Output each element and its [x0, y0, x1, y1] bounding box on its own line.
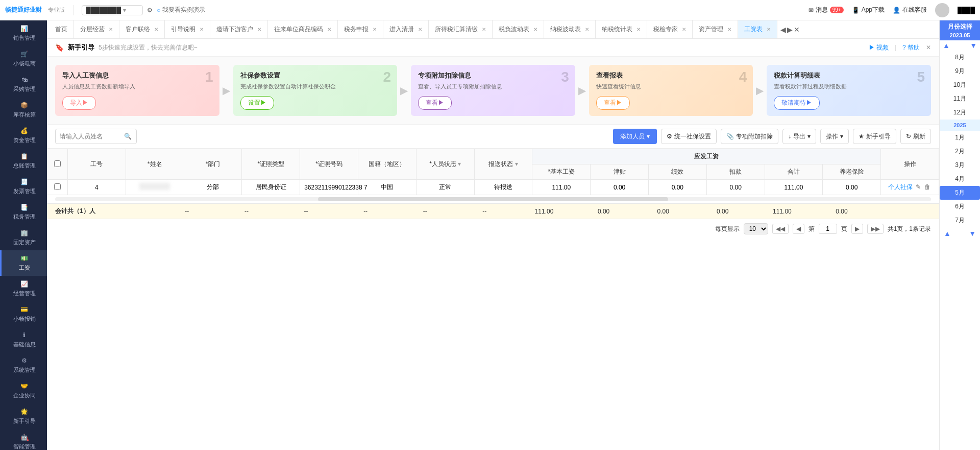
guide-video-btn[interactable]: ▶ 视频 — [869, 43, 889, 52]
tab-next-btn[interactable]: ▶ — [787, 26, 793, 34]
tab-income-tax-close[interactable]: ✕ — [482, 27, 486, 32]
tab-tax-dynamic-close[interactable]: ✕ — [585, 27, 589, 32]
month-10[interactable]: 10月 — [940, 78, 980, 92]
tab-home[interactable]: 首页 — [49, 20, 74, 39]
tab-tax-stat[interactable]: 纳税统计表 ✕ — [596, 20, 647, 39]
add-person-btn[interactable]: 添加人员 ▾ — [613, 129, 657, 144]
tab-asset-mgmt[interactable]: 资产管理 ✕ — [693, 20, 738, 39]
select-all-checkbox[interactable] — [54, 160, 61, 167]
newguide-btn[interactable]: ★ 新手引导 — [853, 129, 896, 144]
month-3[interactable]: 3月 — [940, 158, 980, 172]
tab-product-code[interactable]: 往来单位商品编码 ✕ — [268, 20, 338, 39]
step-2-btn[interactable]: 设置▶ — [240, 96, 274, 110]
tab-close-all-btn[interactable]: ✕ — [794, 26, 800, 34]
th-checkbox[interactable] — [47, 149, 68, 180]
month-prev-btn[interactable]: ▲ — [943, 41, 950, 50]
scroll-track[interactable] — [55, 197, 931, 201]
search-input[interactable] — [60, 133, 121, 140]
edit-icon[interactable]: ✎ — [916, 183, 921, 191]
tab-tax-expert[interactable]: 税检专家 ✕ — [647, 20, 693, 39]
app-download-btn[interactable]: 📱 App下载 — [852, 6, 885, 14]
sidebar-item-finance[interactable]: 💰 资金管理 — [0, 123, 47, 148]
month-7[interactable]: 7月 — [940, 214, 980, 227]
sidebar-item-ecommerce[interactable]: 🛒 小畅电商 — [0, 46, 47, 72]
row-checkbox-cell[interactable] — [47, 180, 68, 195]
user-avatar[interactable] — [935, 3, 949, 17]
sidebar-item-payroll[interactable]: 💵 工资 — [0, 250, 47, 276]
refresh-btn[interactable]: ↻ 刷新 — [900, 129, 931, 144]
delete-icon[interactable]: 🗑 — [924, 183, 930, 191]
tab-layered[interactable]: 分层经营 ✕ — [74, 20, 119, 39]
first-page-btn[interactable]: ◀◀ — [772, 224, 789, 234]
tab-clearance[interactable]: 进入清册 ✕ — [383, 20, 429, 39]
month-9[interactable]: 9月 — [940, 64, 980, 78]
user-menu-btn[interactable]: ████ — [958, 7, 975, 14]
month-2[interactable]: 2月 — [940, 145, 980, 158]
sidebar-item-expense[interactable]: 💳 小畅报销 — [0, 301, 47, 327]
action-btn[interactable]: 操作 ▾ — [820, 129, 849, 144]
tab-tax-stat-close[interactable]: ✕ — [636, 27, 641, 32]
search-input-wrap[interactable]: 🔍 — [55, 129, 137, 144]
tab-guide[interactable]: 引导说明 ✕ — [165, 20, 210, 39]
month-next-btn[interactable]: ▼ — [970, 41, 977, 50]
sidebar-item-newguide[interactable]: 🌟 新手引导 — [0, 404, 47, 429]
special-deduction-btn[interactable]: 📎 专项附加扣除 — [721, 129, 778, 144]
tab-asset-mgmt-close[interactable]: ✕ — [727, 27, 731, 32]
tab-invite-close[interactable]: ✕ — [257, 27, 261, 32]
sidebar-item-sales[interactable]: 📊 销售管理 — [0, 20, 47, 46]
personal-insurance-link[interactable]: 个人社保 — [888, 183, 913, 191]
scroll-thumb[interactable] — [318, 197, 668, 201]
tab-tax-dynamic[interactable]: 纳税波动表 ✕ — [544, 20, 596, 39]
tab-layered-close[interactable]: ✕ — [109, 27, 113, 32]
tab-guide-close[interactable]: ✕ — [200, 27, 204, 32]
month-down-btn[interactable]: ▼ — [969, 229, 976, 238]
tab-payroll[interactable]: 工资表 ✕ — [738, 20, 777, 39]
month-5[interactable]: 5月 — [940, 186, 980, 200]
sidebar-item-operations[interactable]: 📈 经营管理 — [0, 276, 47, 301]
sidebar-item-assets[interactable]: 🏢 固定资产 — [0, 225, 47, 250]
tab-customer-close[interactable]: ✕ — [154, 27, 158, 32]
month-1[interactable]: 1月 — [940, 131, 980, 145]
tab-tax-expert-close[interactable]: ✕ — [682, 27, 686, 32]
report-filter-icon[interactable]: ▾ — [515, 160, 518, 168]
sidebar-item-system[interactable]: ⚙ 系统管理 — [0, 352, 47, 378]
row-checkbox[interactable] — [54, 183, 61, 190]
month-up-btn[interactable]: ▲ — [944, 229, 951, 238]
sidebar-item-inventory[interactable]: 📦 库存核算 — [0, 97, 47, 123]
page-size-select[interactable]: 10 20 50 — [744, 223, 768, 234]
demo-link[interactable]: ○ 我要看实例演示 — [157, 6, 205, 14]
month-4[interactable]: 4月 — [940, 172, 980, 186]
company-selector[interactable]: ████████ ▾ — [82, 5, 143, 15]
tab-tax-report-close[interactable]: ✕ — [373, 27, 377, 32]
step-3-btn[interactable]: 查看▶ — [418, 96, 452, 110]
month-12[interactable]: 12月 — [940, 106, 980, 120]
status-filter-icon[interactable]: ▾ — [458, 160, 461, 168]
tab-tax-report[interactable]: 税务申报 ✕ — [338, 20, 383, 39]
tab-clearance-close[interactable]: ✕ — [418, 27, 422, 32]
page-input[interactable] — [819, 224, 837, 234]
sidebar-item-basic-info[interactable]: ℹ 基础信息 — [0, 327, 47, 352]
step-1-btn[interactable]: 导入▶ — [62, 96, 96, 110]
sidebar-item-tax[interactable]: 📑 税务管理 — [0, 199, 47, 225]
social-insurance-setting-btn[interactable]: ⚙ 统一社保设置 — [661, 129, 717, 144]
tab-invite[interactable]: 邀请下游客户 ✕ — [210, 20, 268, 39]
month-11[interactable]: 11月 — [940, 92, 980, 106]
tab-product-code-close[interactable]: ✕ — [327, 27, 331, 32]
sidebar-item-ai[interactable]: ● 🤖 智能管理 — [0, 429, 47, 450]
sidebar-item-invoice[interactable]: 🧾 发票管理 — [0, 174, 47, 199]
online-service-btn[interactable]: 👤 在线客服 — [893, 6, 927, 14]
step-4-btn[interactable]: 查看▶ — [596, 96, 630, 110]
tab-income-tax[interactable]: 所得税汇算清缴 ✕ — [429, 20, 493, 39]
guide-help-btn[interactable]: ? 帮助 — [902, 43, 920, 52]
tab-prev-btn[interactable]: ◀ — [780, 26, 786, 34]
sidebar-item-purchase[interactable]: 🛍 采购管理 — [0, 72, 47, 97]
settings-icon[interactable]: ⚙ — [147, 7, 153, 14]
tab-tax-burden[interactable]: 税负波动表 ✕ — [493, 20, 544, 39]
step-5-btn[interactable]: 敬请期待▶ — [774, 96, 820, 110]
last-page-btn[interactable]: ▶▶ — [867, 224, 884, 234]
month-8[interactable]: 8月 — [940, 51, 980, 64]
message-btn[interactable]: ✉ 消息 99+ — [808, 6, 844, 14]
sidebar-item-cooperation[interactable]: 🤝 企业协同 — [0, 378, 47, 404]
export-btn[interactable]: ↓ 导出 ▾ — [782, 129, 816, 144]
prev-page-btn[interactable]: ◀ — [793, 224, 804, 234]
